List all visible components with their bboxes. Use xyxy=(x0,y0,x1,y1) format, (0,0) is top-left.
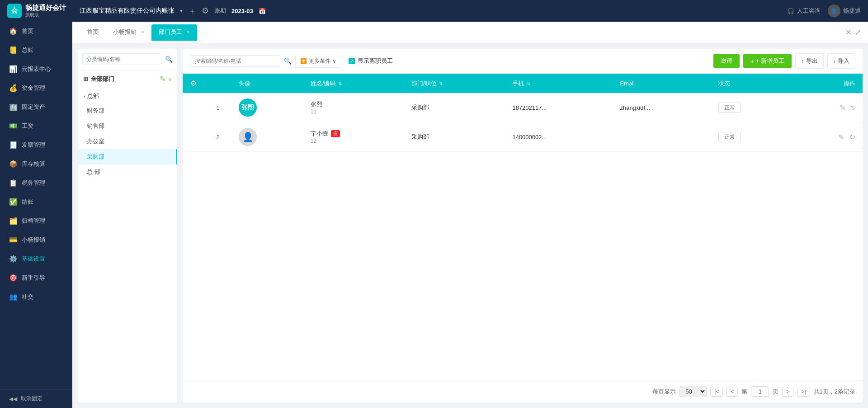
sidebar-item-reports[interactable]: 📊 云报表中心 xyxy=(0,60,72,79)
th-dept[interactable]: 部门/职位 ⇅ xyxy=(404,74,505,93)
show-resigned-checkbox[interactable]: ✓ xyxy=(349,58,355,64)
th-name[interactable]: 姓名/编码 ⇅ xyxy=(303,74,404,93)
emp-search-input[interactable] xyxy=(190,55,280,67)
calendar-icon[interactable]: 📅 xyxy=(259,8,266,14)
top-settings-btn[interactable]: ⚙ xyxy=(202,6,209,16)
refresh-icon[interactable]: ↻ xyxy=(849,133,855,141)
sidebar-item-tax[interactable]: 📋 税务管理 xyxy=(0,174,72,192)
right-panel: 🔍 🔽 更多条件 ∨ ✓ 显示离职员工 邀请 xyxy=(183,49,863,403)
invite-btn[interactable]: 邀请 xyxy=(713,54,740,68)
sidebar-item-social[interactable]: 👥 社交 xyxy=(0,287,72,306)
dept-item-finance[interactable]: 财务部 xyxy=(78,103,177,118)
filter-icon: 🔽 xyxy=(300,58,307,64)
unpin-btn[interactable]: ◀◀ 取消固定 xyxy=(0,389,72,408)
import-btn[interactable]: ↓ 导入 xyxy=(827,53,856,69)
add-emp-btn[interactable]: + + 新增员工 xyxy=(743,54,792,68)
logout-icon[interactable]: ⎋ xyxy=(851,103,855,112)
tab-dept-emp-close-icon[interactable]: × xyxy=(187,29,190,35)
dept-item-purchase[interactable]: 采购部 xyxy=(78,149,177,164)
tab-dept-emp-label: 部门员工 xyxy=(159,28,182,36)
tab-close-window-btn[interactable]: ✕ xyxy=(845,28,851,37)
period-label: 账期 xyxy=(214,7,226,15)
page-number-input[interactable] xyxy=(751,386,769,397)
th-avatar: 头像 xyxy=(231,74,303,93)
sort-dept-icon: ⇅ xyxy=(439,81,443,86)
tab-expense[interactable]: 小畅报销 × xyxy=(106,24,151,41)
sidebar-item-assets[interactable]: 🏢 固定资产 xyxy=(0,98,72,117)
sidebar-item-settings[interactable]: ⚙️ 基础设置 xyxy=(0,249,72,268)
top-bar: 会 畅捷通好会计 旗舰版 江西服宝精品有限责任公司内账张 ▾ ＋ ⚙ 账期 20… xyxy=(0,0,868,22)
sidebar-item-home[interactable]: 🏠 首页 xyxy=(0,22,72,41)
page-total-text: 共1页，2条记录 xyxy=(814,388,855,396)
sidebar-item-invoice[interactable]: 🧾 发票管理 xyxy=(0,136,72,155)
td-no: 1 xyxy=(204,93,231,122)
user-area[interactable]: 👤 畅捷通 xyxy=(828,5,861,17)
company-dropdown-btn[interactable]: ▾ xyxy=(180,8,183,14)
unpin-label: 取消固定 xyxy=(21,395,42,403)
sidebar-item-archive[interactable]: 🗂️ 归档管理 xyxy=(0,211,72,230)
top-add-btn[interactable]: ＋ xyxy=(188,5,196,16)
sidebar-item-ledger[interactable]: 📒 总账 xyxy=(0,41,72,60)
emp-search-btn[interactable]: 🔍 xyxy=(284,57,292,65)
prev-page-btn[interactable]: < xyxy=(726,387,738,397)
td-avatar: 张熙 xyxy=(231,93,303,122)
period-value: 2023-03 xyxy=(231,8,253,14)
filter-btn[interactable]: 🔽 更多条件 ∨ xyxy=(295,55,341,68)
tab-expense-label: 小畅报销 xyxy=(113,28,137,36)
main-area: 🏠 首页 📒 总账 📊 云报表中心 💰 资金管理 🏢 固定资产 💵 工资 xyxy=(0,22,868,408)
tab-expense-close-icon[interactable]: × xyxy=(141,29,144,35)
avatar: 张熙 xyxy=(239,98,257,117)
settings-icon: ⚙️ xyxy=(9,255,17,263)
dept-search-btn[interactable]: 🔍 xyxy=(165,56,173,63)
dept-item-hq[interactable]: 总 部 xyxy=(78,164,177,180)
archive-icon: 🗂️ xyxy=(9,217,17,225)
user-name: 畅捷通 xyxy=(843,7,861,15)
last-page-btn[interactable]: >| xyxy=(797,387,810,397)
all-dept-header: ⊞ 全部部门 ✎ « xyxy=(78,70,177,88)
status-badge: 正常 xyxy=(718,132,741,142)
tab-home[interactable]: 首页 xyxy=(80,24,106,41)
tab-dept-emp[interactable]: 部门员工 × xyxy=(151,24,197,41)
right-toolbar: 🔍 🔽 更多条件 ∨ ✓ 显示离职员工 邀请 xyxy=(183,49,863,74)
service-btn[interactable]: 🎧 人工咨询 xyxy=(787,7,821,15)
sidebar-item-label: 基础设置 xyxy=(22,255,45,263)
chevron-down-icon: ∨ xyxy=(332,58,336,64)
sidebar-item-close[interactable]: ✅ 结账 xyxy=(0,192,72,211)
td-phone: 187202117... xyxy=(505,93,613,122)
td-no: 2 xyxy=(204,122,231,152)
sidebar-item-label: 工资 xyxy=(22,122,33,130)
employee-table-container: ⚙ 头像 姓名/编码 ⇅ 部门/职位 xyxy=(183,74,863,380)
dept-parent-hq[interactable]: ▾ 总部 xyxy=(78,89,177,103)
first-page-btn[interactable]: |< xyxy=(710,387,723,397)
dept-item-sales[interactable]: 销售部 xyxy=(78,118,177,134)
export-btn[interactable]: ↑ 导出 xyxy=(795,53,824,69)
dept-edit-btn[interactable]: ✎ xyxy=(160,75,165,83)
edit-icon[interactable]: ✎ xyxy=(840,103,845,112)
export-label: 导出 xyxy=(806,57,818,65)
inventory-icon: 📦 xyxy=(9,160,17,168)
tab-maximize-btn[interactable]: ⤢ xyxy=(855,28,861,37)
sidebar-item-funds[interactable]: 💰 资金管理 xyxy=(0,79,72,98)
table-settings-btn[interactable]: ⚙ xyxy=(190,79,197,88)
sidebar-item-label: 结账 xyxy=(22,198,33,206)
edit-icon[interactable]: ✎ xyxy=(838,133,844,141)
sidebar-item-guide[interactable]: 🎯 新手引导 xyxy=(0,268,72,287)
sidebar-item-label: 总账 xyxy=(22,46,33,54)
sidebar-item-inventory[interactable]: 📦 库存核算 xyxy=(0,155,72,174)
show-resigned-checkbox-area[interactable]: ✓ 显示离职员工 xyxy=(349,57,393,65)
dept-item-office[interactable]: 办公室 xyxy=(78,134,177,149)
page-size-select[interactable]: 50 20 100 xyxy=(679,386,707,397)
dept-collapse-btn[interactable]: « xyxy=(168,75,172,83)
next-page-btn[interactable]: > xyxy=(782,387,793,397)
grid-icon: ⊞ xyxy=(83,75,88,82)
dept-label: 销售部 xyxy=(87,122,104,129)
sidebar-item-salary[interactable]: 💵 工资 xyxy=(0,117,72,136)
sidebar-item-expense[interactable]: 💳 小畅报销 xyxy=(0,230,72,249)
left-panel: 🔍 ⊞ 全部部门 ✎ « ▾ 总部 xyxy=(78,49,177,403)
pending-badge: 应 xyxy=(331,130,340,137)
import-label: 导入 xyxy=(838,57,849,65)
td-phone: 140000002... xyxy=(505,122,613,152)
logo-area: 会 畅捷通好会计 旗舰版 xyxy=(7,4,80,18)
dept-search-input[interactable] xyxy=(82,53,161,65)
th-phone[interactable]: 手机 ⇅ xyxy=(505,74,613,93)
